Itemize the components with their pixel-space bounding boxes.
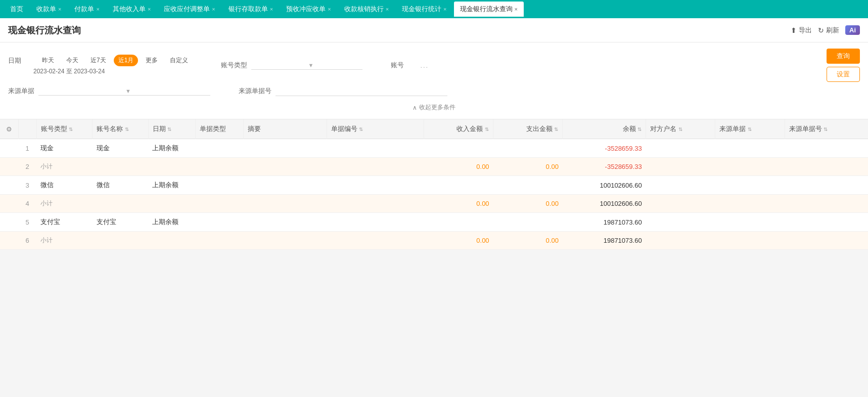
cell-date-1 bbox=[148, 158, 195, 176]
table-row: 5 支付宝 支付宝 上期余额 19871073.60 bbox=[0, 213, 868, 232]
th-num bbox=[18, 119, 36, 139]
th-source-doc-no[interactable]: 来源单据号 ⇅ bbox=[785, 119, 868, 139]
date-btn-custom[interactable]: 自定义 bbox=[165, 55, 193, 66]
source-doc-select[interactable]: ▼ bbox=[38, 87, 210, 96]
th-income[interactable]: 收入金额 ⇅ bbox=[424, 119, 493, 139]
th-date[interactable]: 日期 ⇅ bbox=[148, 119, 195, 139]
collapse-button[interactable]: ∧ 收起更多条件 bbox=[8, 100, 860, 113]
nav-tab-4[interactable]: 银行存取款单 × bbox=[222, 2, 279, 17]
table-header-row: ⚙ 账号类型 ⇅ 账号名称 ⇅ 日期 ⇅ 单据类型 bbox=[0, 119, 868, 139]
th-balance[interactable]: 余额 ⇅ bbox=[563, 119, 646, 139]
table-row: 6 小计 0.00 0.00 19871073.60 bbox=[0, 232, 868, 250]
nav-tab-label-5: 预收冲应收单 bbox=[286, 5, 326, 14]
th-doc-type[interactable]: 单据类型 bbox=[196, 119, 244, 139]
date-range-display: 2023-02-24 至 2023-03-24 bbox=[33, 68, 105, 75]
collapse-up-icon: ∧ bbox=[413, 104, 417, 111]
date-btn-today[interactable]: 今天 bbox=[62, 55, 83, 66]
nav-tab-5[interactable]: 预收冲应收单 × bbox=[280, 2, 337, 17]
cell-summary-1 bbox=[243, 158, 327, 176]
nav-tab-3[interactable]: 应收应付调整单 × bbox=[158, 2, 221, 17]
nav-tab-close-5[interactable]: × bbox=[328, 6, 331, 12]
settings-button[interactable]: 设置 bbox=[827, 67, 860, 82]
date-btn-1month[interactable]: 近1月 bbox=[114, 55, 139, 66]
th-date-label: 日期 bbox=[153, 125, 166, 133]
cell-balance-3: 100102606.60 bbox=[563, 195, 646, 213]
cell-num-5: 6 bbox=[18, 232, 36, 250]
cell-summary-4 bbox=[243, 213, 327, 232]
date-btn-more[interactable]: 更多 bbox=[141, 55, 162, 66]
nav-tab-2[interactable]: 其他收入单 × bbox=[107, 2, 157, 17]
nav-tab-close-6[interactable]: × bbox=[386, 6, 389, 12]
nav-tab-close-1[interactable]: × bbox=[96, 6, 99, 12]
cell-gear-2 bbox=[0, 176, 18, 195]
th-source-doc[interactable]: 来源单据 ⇅ bbox=[715, 119, 785, 139]
nav-tab-8[interactable]: 现金银行流水查询 × bbox=[454, 2, 524, 17]
nav-tab-close-7[interactable]: × bbox=[443, 6, 446, 12]
th-doc-no[interactable]: 单据编号 ⇅ bbox=[327, 119, 424, 139]
header-bar: 现金银行流水查询 ⬆ 导出 ↻ 刷新 Ai bbox=[0, 18, 868, 42]
table-row: 1 现金 现金 上期余额 -3528659.33 bbox=[0, 139, 868, 158]
date-btn-yesterday[interactable]: 昨天 bbox=[37, 55, 59, 66]
account-dots[interactable]: ... bbox=[420, 62, 429, 69]
cell-balance-0: -3528659.33 bbox=[563, 139, 646, 158]
th-gear[interactable]: ⚙ bbox=[0, 119, 18, 139]
th-summary-label: 摘要 bbox=[248, 125, 261, 133]
ai-button[interactable]: Ai bbox=[845, 25, 860, 35]
nav-tab-close-0[interactable]: × bbox=[58, 6, 61, 12]
cell-date-2: 上期余额 bbox=[148, 176, 195, 195]
export-button[interactable]: ⬆ 导出 bbox=[791, 26, 812, 35]
cell-income-0 bbox=[424, 139, 493, 158]
sort-icon-balance: ⇅ bbox=[637, 126, 642, 132]
query-button[interactable]: 查询 bbox=[827, 49, 860, 64]
date-btn-7days[interactable]: 近7天 bbox=[86, 55, 111, 66]
cell-account-type-0: 现金 bbox=[36, 139, 93, 158]
cell-date-4: 上期余额 bbox=[148, 213, 195, 232]
sort-icon-doc-no: ⇅ bbox=[359, 126, 363, 132]
cell-doc-type-5 bbox=[196, 232, 244, 250]
data-table: ⚙ 账号类型 ⇅ 账号名称 ⇅ 日期 ⇅ 单据类型 bbox=[0, 119, 868, 250]
sort-icon-account-name: ⇅ bbox=[125, 126, 129, 132]
th-source-doc-label: 来源单据 bbox=[719, 125, 746, 133]
nav-tab-close-3[interactable]: × bbox=[212, 6, 215, 12]
th-account-name[interactable]: 账号名称 ⇅ bbox=[93, 119, 149, 139]
cell-doc-type-3 bbox=[196, 195, 244, 213]
th-summary: 摘要 bbox=[243, 119, 327, 139]
cell-doc-no-5 bbox=[327, 232, 424, 250]
cell-source-doc-4 bbox=[715, 213, 785, 232]
nav-tab-0[interactable]: 收款单 × bbox=[30, 2, 67, 17]
sort-icon-date: ⇅ bbox=[167, 126, 171, 132]
cell-source-doc-no-1 bbox=[785, 158, 868, 176]
nav-tab-close-2[interactable]: × bbox=[148, 6, 151, 12]
cell-doc-no-1 bbox=[327, 158, 424, 176]
account-label: 账号 bbox=[391, 61, 416, 70]
gear-icon[interactable]: ⚙ bbox=[6, 125, 12, 133]
date-buttons: 昨天 今天 近7天 近1月 更多 自定义 bbox=[37, 55, 193, 66]
th-account-type[interactable]: 账号类型 ⇅ bbox=[36, 119, 93, 139]
cell-counterparty-1 bbox=[646, 158, 715, 176]
nav-tab-label-3: 应收应付调整单 bbox=[164, 5, 210, 14]
refresh-button[interactable]: ↻ 刷新 bbox=[818, 26, 839, 35]
header-actions: ⬆ 导出 ↻ 刷新 Ai bbox=[791, 25, 860, 35]
nav-tab-6[interactable]: 收款核销执行 × bbox=[338, 2, 395, 17]
cell-num-0: 1 bbox=[18, 139, 36, 158]
cell-account-type-3: 小计 bbox=[36, 195, 93, 213]
nav-tab-1[interactable]: 付款单 × bbox=[68, 2, 105, 17]
cell-num-1: 2 bbox=[18, 158, 36, 176]
cell-source-doc-no-5 bbox=[785, 232, 868, 250]
cell-gear-1 bbox=[0, 158, 18, 176]
th-expense[interactable]: 支出金额 ⇅ bbox=[493, 119, 563, 139]
cell-account-type-1: 小计 bbox=[36, 158, 93, 176]
th-counterparty[interactable]: 对方户名 ⇅ bbox=[646, 119, 715, 139]
account-type-select[interactable]: ▼ bbox=[251, 61, 362, 70]
nav-tab-7[interactable]: 现金银行统计 × bbox=[396, 2, 452, 17]
filter-area: 日期 昨天 今天 近7天 近1月 更多 自定义 2023-02-24 至 202… bbox=[0, 42, 868, 119]
nav-home[interactable]: 首页 bbox=[4, 5, 29, 14]
refresh-label: 刷新 bbox=[826, 26, 839, 35]
nav-tab-close-8[interactable]: × bbox=[515, 6, 518, 12]
cell-date-5 bbox=[148, 232, 195, 250]
filter-row-2: 来源单据 ▼ 来源单据号 bbox=[8, 86, 860, 96]
cell-counterparty-0 bbox=[646, 139, 715, 158]
nav-tab-close-4[interactable]: × bbox=[270, 6, 273, 12]
cell-expense-2 bbox=[493, 176, 563, 195]
source-doc-num-input[interactable] bbox=[276, 86, 447, 96]
